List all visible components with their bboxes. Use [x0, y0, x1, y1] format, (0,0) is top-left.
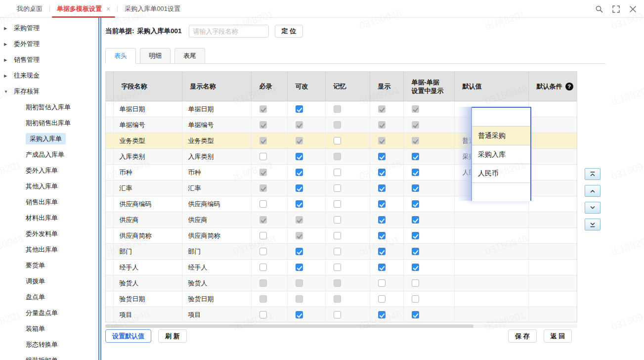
- checkbox-required[interactable]: [259, 232, 267, 239]
- checkbox-doc_setting_visible[interactable]: [412, 264, 419, 271]
- dropdown-option[interactable]: 人民币: [472, 164, 530, 183]
- sidebar-item[interactable]: ▶委外管理: [0, 36, 98, 52]
- checkbox-memory[interactable]: [334, 184, 341, 192]
- checkbox-memory[interactable]: [334, 264, 341, 271]
- checkbox-doc_setting_visible[interactable]: [412, 279, 419, 287]
- move-up-button[interactable]: [585, 185, 601, 197]
- checkbox-doc_setting_visible[interactable]: [412, 200, 419, 208]
- checkbox-editable[interactable]: [296, 169, 303, 176]
- table-row[interactable]: 项目项目: [106, 307, 577, 323]
- checkbox-required[interactable]: [259, 200, 267, 208]
- checkbox-doc_setting_visible[interactable]: [412, 232, 419, 239]
- sidebar-item[interactable]: 期初销售出库单: [0, 115, 98, 131]
- save-button[interactable]: 保 存: [508, 329, 537, 343]
- sidebar-item[interactable]: ▶往来现金: [0, 68, 98, 84]
- sidebar-item[interactable]: 采购入库单: [0, 131, 98, 147]
- sidebar-item[interactable]: 委外入库单: [0, 163, 98, 179]
- default-condition-cell[interactable]: [528, 275, 577, 291]
- default-condition-cell[interactable]: [528, 244, 577, 260]
- checkbox-editable[interactable]: [296, 184, 303, 192]
- field-search-input[interactable]: [189, 25, 269, 38]
- checkbox-editable[interactable]: [296, 153, 303, 160]
- tab-表尾[interactable]: 表尾: [174, 48, 205, 64]
- expand-arrow-icon[interactable]: ▶: [4, 21, 14, 37]
- dropdown-option[interactable]: 采购入库: [472, 145, 530, 164]
- back-button[interactable]: 返 回: [544, 329, 572, 343]
- default-condition-cell[interactable]: [528, 101, 577, 117]
- default-condition-cell[interactable]: [528, 228, 577, 244]
- sidebar-item[interactable]: 盘点单: [0, 289, 98, 305]
- sidebar-item[interactable]: 形态转换单: [0, 337, 98, 353]
- tab-close-icon[interactable]: ×: [106, 5, 110, 13]
- checkbox-required[interactable]: [259, 248, 267, 255]
- table-row[interactable]: 部门部门: [106, 244, 577, 260]
- expand-arrow-icon[interactable]: ▶: [4, 37, 14, 52]
- checkbox-doc_setting_visible[interactable]: [412, 169, 419, 176]
- window-tab[interactable]: 单据多模板设置×: [50, 0, 117, 18]
- default-condition-cell[interactable]: [528, 260, 577, 275]
- default-condition-cell[interactable]: [528, 180, 577, 196]
- checkbox-memory[interactable]: [334, 216, 341, 224]
- default-value-cell[interactable]: [454, 228, 528, 244]
- default-value-cell[interactable]: [454, 244, 528, 260]
- default-value-cell[interactable]: [454, 275, 528, 291]
- sidebar-splitter[interactable]: [98, 18, 101, 360]
- dropdown-option[interactable]: [472, 183, 530, 201]
- sidebar-item[interactable]: 销售出库单: [0, 194, 98, 210]
- default-value-cell[interactable]: [454, 212, 528, 228]
- sidebar-item[interactable]: 装箱单: [0, 321, 98, 337]
- checkbox-required[interactable]: [259, 311, 267, 318]
- default-condition-cell[interactable]: [528, 307, 577, 323]
- default-condition-cell[interactable]: [528, 165, 577, 180]
- default-value-cell[interactable]: [454, 307, 528, 323]
- checkbox-visible[interactable]: [378, 232, 386, 239]
- checkbox-visible[interactable]: [378, 248, 386, 255]
- default-condition-cell[interactable]: [528, 196, 577, 212]
- table-row[interactable]: 供应商简称供应商简称: [106, 228, 577, 244]
- checkbox-visible[interactable]: [378, 216, 386, 224]
- checkbox-visible[interactable]: [378, 295, 386, 303]
- sidebar-item[interactable]: 分量盘点单: [0, 305, 98, 321]
- default-condition-cell[interactable]: [528, 291, 577, 307]
- search-icon[interactable]: [595, 5, 603, 13]
- sidebar-item[interactable]: ▶采购管理: [0, 20, 98, 36]
- checkbox-editable[interactable]: [296, 311, 303, 318]
- checkbox-doc_setting_visible[interactable]: [412, 184, 419, 192]
- checkbox-required[interactable]: [259, 264, 267, 271]
- move-top-button[interactable]: [585, 168, 601, 180]
- checkbox-editable[interactable]: [296, 248, 303, 255]
- checkbox-memory[interactable]: [334, 200, 341, 208]
- locate-button[interactable]: 定 位: [275, 25, 303, 38]
- default-value-cell[interactable]: [454, 260, 528, 275]
- checkbox-memory[interactable]: [334, 169, 341, 176]
- sidebar-item[interactable]: 材料出库单: [0, 210, 98, 226]
- sidebar-item[interactable]: 其他入库单: [0, 179, 98, 194]
- table-row[interactable]: 供应商供应商: [106, 212, 577, 228]
- checkbox-doc_setting_visible[interactable]: [412, 311, 419, 318]
- checkbox-memory[interactable]: [334, 248, 341, 255]
- sidebar-item[interactable]: ▼库存核算: [0, 84, 98, 99]
- expand-arrow-icon[interactable]: ▶: [4, 52, 14, 68]
- sidebar-item[interactable]: 其他出库单: [0, 242, 98, 258]
- checkbox-editable[interactable]: [296, 200, 303, 208]
- help-icon[interactable]: ?: [565, 83, 573, 90]
- close-icon[interactable]: [629, 5, 637, 13]
- window-tab[interactable]: 采购入库单001设置: [118, 0, 187, 18]
- sidebar-item[interactable]: ▶销售管理: [0, 52, 98, 68]
- collapse-arrow-icon[interactable]: ▼: [4, 84, 14, 100]
- checkbox-visible[interactable]: [378, 264, 386, 271]
- sidebar-item[interactable]: 期初暂估入库单: [0, 99, 98, 115]
- table-row[interactable]: 验货人验货人: [106, 275, 577, 291]
- checkbox-doc_setting_visible[interactable]: [412, 153, 419, 160]
- move-down-button[interactable]: [585, 202, 601, 214]
- expand-arrow-icon[interactable]: ▶: [4, 68, 14, 84]
- set-default-value-button[interactable]: 设置默认值: [105, 329, 151, 343]
- default-condition-cell[interactable]: [528, 149, 577, 165]
- sidebar-item[interactable]: 调拨单: [0, 273, 98, 289]
- checkbox-memory[interactable]: [334, 311, 341, 318]
- checkbox-doc_setting_visible[interactable]: [412, 295, 419, 303]
- checkbox-doc_setting_visible[interactable]: [412, 248, 419, 255]
- default-condition-cell[interactable]: [528, 117, 577, 133]
- move-bottom-button[interactable]: [585, 219, 601, 230]
- sidebar-item[interactable]: 要货单: [0, 258, 98, 273]
